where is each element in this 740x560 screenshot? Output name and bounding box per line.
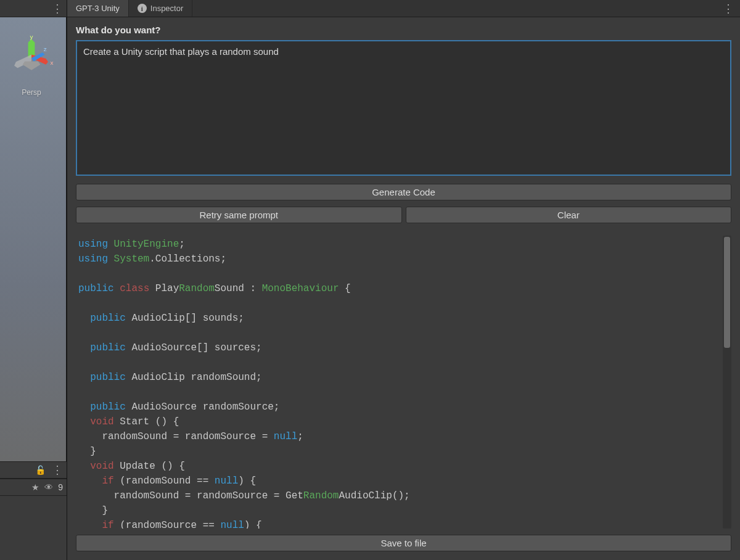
bottom-status-bar: ★ 👁 9 [0, 479, 67, 496]
scene-toolbar: ⋮ [0, 0, 67, 17]
hierarchy-panel [0, 496, 67, 560]
lock-icon[interactable]: 🔓 [35, 465, 46, 475]
generate-button[interactable]: Generate Code [76, 184, 731, 200]
projection-label[interactable]: Persp [7, 88, 56, 97]
kebab-menu-icon[interactable]: ⋮ [52, 3, 63, 14]
retry-button[interactable]: Retry same prompt [76, 207, 402, 223]
svg-marker-4 [23, 61, 41, 70]
visibility-off-icon[interactable]: 👁 [44, 482, 53, 492]
save-button[interactable]: Save to file [76, 535, 731, 551]
scene-viewport[interactable]: y x z Persp [0, 17, 67, 461]
clear-button[interactable]: Clear [406, 207, 732, 223]
hierarchy-toolbar: 🔓 ⋮ [0, 461, 67, 479]
vertical-scrollbar[interactable] [723, 236, 731, 529]
tab-inspector[interactable]: i Inspector [129, 0, 192, 17]
kebab-menu-icon[interactable]: ⋮ [52, 464, 63, 476]
scrollbar-thumb[interactable] [724, 237, 730, 348]
info-icon: i [138, 4, 147, 13]
star-icon[interactable]: ★ [31, 482, 39, 492]
tab-bar: GPT-3 Unity i Inspector ⋮ [67, 0, 740, 17]
code-output[interactable]: using UnityEngine; using System.Collecti… [76, 236, 723, 529]
prompt-label: What do you want? [76, 25, 731, 35]
prompt-section: What do you want? Generate Code Retry sa… [67, 17, 740, 227]
prompt-input[interactable] [76, 40, 731, 176]
hidden-object-count: 9 [58, 482, 63, 492]
gpt3-unity-panel: GPT-3 Unity i Inspector ⋮ What do you wa… [67, 0, 740, 560]
gizmo-x-label: x [51, 59, 54, 66]
orientation-gizmo[interactable]: y x z Persp [7, 36, 56, 97]
gizmo-y-label: y [30, 36, 33, 40]
tab-label: GPT-3 Unity [76, 4, 120, 13]
gizmo-z-label: z [44, 46, 47, 52]
scene-view-panel: ⋮ y x z Persp 🔓 ⋮ ★ 👁 9 [0, 0, 67, 560]
tab-gpt3-unity[interactable]: GPT-3 Unity [67, 0, 129, 17]
code-output-section: using UnityEngine; using System.Collecti… [76, 236, 731, 529]
kebab-menu-icon[interactable]: ⋮ [717, 3, 740, 14]
tab-label: Inspector [150, 4, 183, 13]
